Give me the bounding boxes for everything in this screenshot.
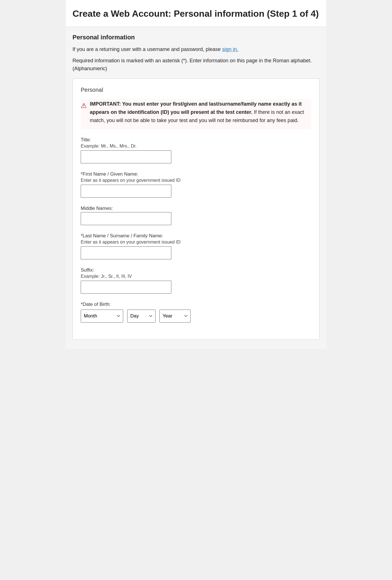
last-name-hint: Enter as it appears on your government i… <box>81 240 311 245</box>
intro-paragraph: If you are a returning user with a usern… <box>73 46 319 53</box>
middle-names-input[interactable] <box>81 212 171 225</box>
dob-label: *Date of Birth: <box>81 302 311 307</box>
section-heading: Personal information <box>73 34 319 41</box>
first-name-field-group: *First Name / Given Name: Enter as it ap… <box>81 171 311 198</box>
title-hint: Example: Mr., Ms., Mrs., Dr. <box>81 144 311 149</box>
page-title: Create a Web Account: Personal informati… <box>66 0 326 27</box>
suffix-label: Suffix: <box>81 267 311 273</box>
intro-text: If you are a returning user with a usern… <box>73 46 221 52</box>
suffix-input[interactable] <box>81 281 171 294</box>
suffix-field-group: Suffix: Example: Jr., Sr., II, III, IV <box>81 267 311 294</box>
title-input[interactable] <box>81 150 171 163</box>
last-name-field-group: *Last Name / Surname / Family Name: Ente… <box>81 233 311 259</box>
suffix-hint: Example: Jr., Sr., II, III, IV <box>81 274 311 279</box>
dob-year-select[interactable]: Year for (let y = 2025; y >= 1900; y--) … <box>159 310 191 323</box>
dob-day-select[interactable]: Day // Inline days generation for (let i… <box>127 310 155 323</box>
required-note: Required information is marked with an a… <box>73 57 319 73</box>
warning-icon: ⚠ <box>81 100 87 111</box>
title-label: Title: <box>81 137 311 143</box>
first-name-hint: Enter as it appears on your government i… <box>81 178 311 183</box>
warning-text: IMPORTANT: You must enter your first/giv… <box>90 100 311 124</box>
title-field-group: Title: Example: Mr., Ms., Mrs., Dr. <box>81 137 311 163</box>
dob-field-group: *Date of Birth: Month January February M… <box>81 302 311 323</box>
last-name-label: *Last Name / Surname / Family Name: <box>81 233 311 239</box>
middle-names-field-group: Middle Names: <box>81 206 311 225</box>
page-content: Personal information If you are a return… <box>66 27 326 349</box>
form-card: Personal ⚠ IMPORTANT: You must enter you… <box>73 78 319 340</box>
card-title: Personal <box>81 87 311 93</box>
first-name-label: *First Name / Given Name: <box>81 171 311 177</box>
middle-names-label: Middle Names: <box>81 206 311 211</box>
warning-box: ⚠ IMPORTANT: You must enter your first/g… <box>81 99 311 129</box>
last-name-input[interactable] <box>81 246 171 259</box>
dob-month-select[interactable]: Month January February March April May J… <box>81 310 123 323</box>
dob-row: Month January February March April May J… <box>81 310 311 323</box>
sign-in-link[interactable]: sign in. <box>222 46 238 52</box>
first-name-input[interactable] <box>81 185 171 198</box>
